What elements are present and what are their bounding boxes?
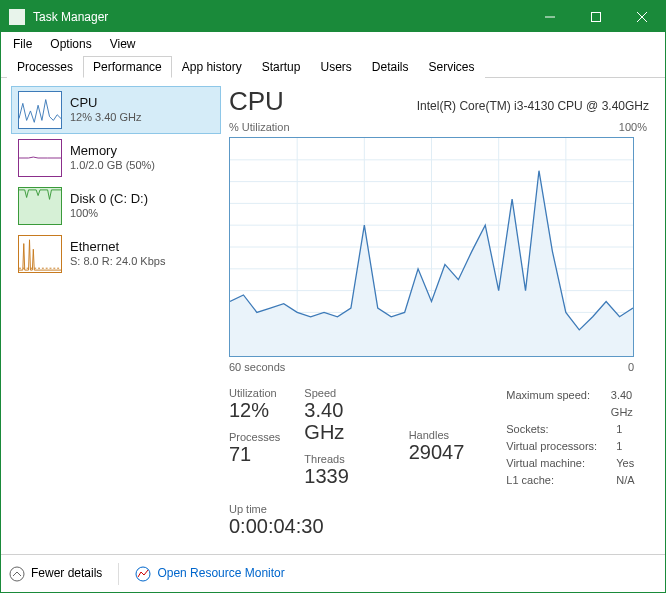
sidebar-item-cpu[interactable]: CPU 12% 3.40 GHz bbox=[11, 86, 221, 134]
vproc-key: Virtual processors: bbox=[506, 438, 616, 455]
vproc-val: 1 bbox=[616, 438, 622, 455]
cpu-spark-icon bbox=[18, 91, 62, 129]
svg-point-17 bbox=[10, 567, 24, 581]
max-speed-val: 3.40 GHz bbox=[611, 387, 655, 421]
app-icon bbox=[9, 9, 25, 25]
cpu-model: Intel(R) Core(TM) i3-4130 CPU @ 3.40GHz bbox=[417, 99, 649, 113]
max-speed-key: Maximum speed: bbox=[506, 387, 611, 421]
sidebar-item-ethernet[interactable]: Ethernet S: 8.0 R: 24.0 Kbps bbox=[11, 230, 221, 278]
sidebar: CPU 12% 3.40 GHz Memory 1.0/2.0 GB (50%) bbox=[11, 86, 221, 554]
window-title: Task Manager bbox=[33, 10, 108, 24]
main-title: CPU bbox=[229, 86, 284, 117]
titlebar[interactable]: Task Manager bbox=[1, 1, 665, 32]
ethernet-spark-icon bbox=[18, 235, 62, 273]
sockets-key: Sockets: bbox=[506, 421, 616, 438]
l1-key: L1 cache: bbox=[506, 472, 616, 489]
close-button[interactable] bbox=[619, 1, 665, 32]
stats-block: Utilization 12% Processes 71 Speed 3.40 … bbox=[229, 387, 655, 489]
minimize-button[interactable] bbox=[527, 1, 573, 32]
processes-label: Processes bbox=[229, 431, 280, 443]
footer-separator bbox=[118, 563, 119, 585]
tab-details[interactable]: Details bbox=[362, 56, 419, 78]
tab-users[interactable]: Users bbox=[310, 56, 361, 78]
sidebar-cpu-sub: 12% 3.40 GHz bbox=[70, 111, 142, 125]
maximize-button[interactable] bbox=[573, 1, 619, 32]
menubar: File Options View bbox=[1, 32, 665, 55]
disk-spark-icon bbox=[18, 187, 62, 225]
speed-value: 3.40 GHz bbox=[304, 399, 384, 443]
sidebar-disk-sub: 100% bbox=[70, 207, 148, 221]
content: CPU 12% 3.40 GHz Memory 1.0/2.0 GB (50%) bbox=[1, 78, 665, 554]
uptime-value: 0:00:04:30 bbox=[229, 515, 655, 537]
tab-startup[interactable]: Startup bbox=[252, 56, 311, 78]
threads-label: Threads bbox=[304, 453, 384, 465]
sidebar-disk-title: Disk 0 (C: D:) bbox=[70, 191, 148, 207]
tabstrip: Processes Performance App history Startu… bbox=[1, 55, 665, 78]
handles-label: Handles bbox=[409, 429, 465, 441]
menu-view[interactable]: View bbox=[102, 35, 144, 53]
sidebar-item-disk[interactable]: Disk 0 (C: D:) 100% bbox=[11, 182, 221, 230]
handles-value: 29047 bbox=[409, 441, 465, 463]
sidebar-item-memory[interactable]: Memory 1.0/2.0 GB (50%) bbox=[11, 134, 221, 182]
sidebar-ethernet-sub: S: 8.0 R: 24.0 Kbps bbox=[70, 255, 165, 269]
axis-top-right: 100% bbox=[619, 121, 647, 133]
tab-processes[interactable]: Processes bbox=[7, 56, 83, 78]
chevron-up-circle-icon bbox=[9, 566, 25, 582]
tab-app-history[interactable]: App history bbox=[172, 56, 252, 78]
vm-key: Virtual machine: bbox=[506, 455, 616, 472]
sockets-val: 1 bbox=[616, 421, 622, 438]
tab-services[interactable]: Services bbox=[419, 56, 485, 78]
task-manager-window: Task Manager File Options View Processes… bbox=[0, 0, 666, 593]
sidebar-cpu-title: CPU bbox=[70, 95, 142, 111]
tab-performance[interactable]: Performance bbox=[83, 56, 172, 78]
memory-spark-icon bbox=[18, 139, 62, 177]
sidebar-ethernet-title: Ethernet bbox=[70, 239, 165, 255]
axis-bottom-right: 0 bbox=[628, 361, 634, 373]
cpu-chart bbox=[229, 137, 634, 357]
axis-top-left: % Utilization bbox=[229, 121, 290, 133]
l1-val: N/A bbox=[616, 472, 634, 489]
svg-rect-0 bbox=[592, 12, 601, 21]
utilization-value: 12% bbox=[229, 399, 280, 421]
open-resource-monitor-link[interactable]: Open Resource Monitor bbox=[135, 566, 284, 582]
threads-value: 1339 bbox=[304, 465, 384, 487]
main-panel: CPU Intel(R) Core(TM) i3-4130 CPU @ 3.40… bbox=[229, 86, 655, 554]
processes-value: 71 bbox=[229, 443, 280, 465]
footer: Fewer details Open Resource Monitor bbox=[1, 554, 665, 592]
menu-file[interactable]: File bbox=[5, 35, 40, 53]
fewer-details-button[interactable]: Fewer details bbox=[9, 566, 102, 582]
vm-val: Yes bbox=[616, 455, 634, 472]
sidebar-memory-title: Memory bbox=[70, 143, 155, 159]
uptime-label: Up time bbox=[229, 503, 655, 515]
cpu-properties: Maximum speed:3.40 GHz Sockets:1 Virtual… bbox=[506, 387, 655, 489]
resource-monitor-icon bbox=[135, 566, 151, 582]
speed-label: Speed bbox=[304, 387, 384, 399]
sidebar-memory-sub: 1.0/2.0 GB (50%) bbox=[70, 159, 155, 173]
menu-options[interactable]: Options bbox=[42, 35, 99, 53]
utilization-label: Utilization bbox=[229, 387, 280, 399]
axis-bottom-left: 60 seconds bbox=[229, 361, 285, 373]
